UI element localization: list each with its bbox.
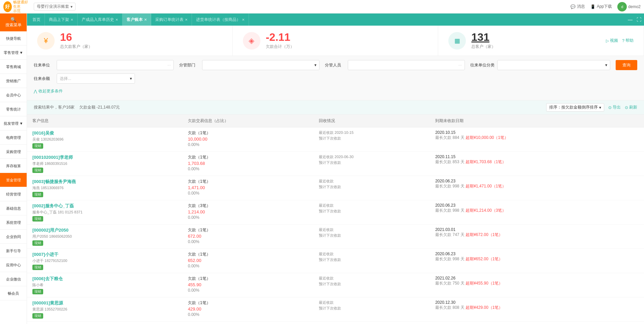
tab-maximize-button[interactable]: ⛶ — [635, 17, 643, 22]
sidebar-item-basic-info[interactable]: 基础信息 — [0, 201, 27, 215]
layout: 🔍 搜索菜单 快捷导航 零售管理 ▼ 零售商城 营销推广 会员中心 零售统计 批… — [0, 13, 644, 324]
customer-name-3[interactable]: [0002]服务中心_丁磊 — [32, 203, 177, 209]
customer-name-0[interactable]: [0016]吴俊 — [32, 130, 177, 136]
recovery-next-0: 预计下次收款 — [319, 136, 424, 141]
sidebar-item-operation[interactable]: 经营管理 — [0, 187, 27, 201]
sidebar-item-finance[interactable]: 资金管理 — [0, 173, 27, 187]
debt-amount-5[interactable]: 652.00 — [188, 258, 308, 263]
filter-select-dept[interactable]: ▾ — [202, 60, 319, 70]
filter-select-category[interactable]: ▾ — [497, 60, 610, 70]
sidebar-item-retail-mall[interactable]: 零售商城 — [0, 60, 27, 74]
sidebar-item-app-center[interactable]: 应用中心 — [0, 258, 27, 272]
debt-amount-3[interactable]: 1,214.00 — [188, 209, 308, 214]
debt-percent-2: 0.00% — [188, 191, 308, 196]
debt-amount-7[interactable]: 429.00 — [188, 306, 308, 312]
debt-percent-0: 0.00% — [188, 142, 308, 147]
sidebar-item-quick-nav[interactable]: 快捷导航 — [0, 31, 27, 46]
sidebar-item-ecommerce[interactable]: 电商管理 — [0, 130, 27, 145]
tab-end-buttons: — ⛶ — [626, 17, 643, 22]
app-download-button[interactable]: 📱 App下载 — [590, 4, 612, 9]
tab-product-history[interactable]: 产成品入库单历史 ✕ — [78, 13, 122, 26]
overdue-amount-link-3[interactable]: 超期¥1,214.00（3笔） — [466, 208, 506, 213]
industry-selector[interactable]: 母婴行业演示账套 ▾ — [34, 3, 76, 10]
sidebar-item-wechat[interactable]: 企业微信 — [0, 272, 27, 286]
table-row: [0001020001]李老师 李老师 18600391516 现销 欠款（1笔… — [27, 152, 644, 176]
export-button[interactable]: ⊙ 导出 — [608, 105, 621, 110]
sidebar-item-inventory[interactable]: 库存核算 — [0, 159, 27, 173]
user-profile-button[interactable]: d demo2 — [617, 2, 641, 11]
overdue-days-3: 最长欠款 998 天 超期¥1,214.00（3笔） — [435, 208, 639, 213]
sidebar-item-newbie[interactable]: 新手引导 — [0, 244, 27, 258]
filter-select-balance[interactable]: 选择... ▾ — [57, 73, 135, 84]
debt-count-1: 欠款（1笔） — [188, 154, 308, 160]
due-date-value-3: 2020.06.23 — [435, 203, 639, 208]
sort-selector[interactable]: 排序：按欠款金额倒序排序 ▾ — [546, 103, 604, 112]
tab-product-listing[interactable]: 商品上下架 ✕ — [45, 13, 78, 26]
sidebar-item-wholesale-mgmt[interactable]: 批发管理 ▼ — [0, 116, 27, 130]
customer-name-6[interactable]: [0006]去下粮仓 — [32, 276, 177, 282]
sidebar-item-member2[interactable]: 畅会员 — [0, 286, 27, 300]
debt-count-3: 欠款（3笔） — [188, 203, 308, 209]
cell-debt-info-3: 欠款（3笔） 1,214.00 0.00% — [183, 200, 313, 225]
tab-close-customer-ledger[interactable]: ✕ — [144, 18, 147, 22]
stat-info-total-customers: 131 总客户（家） — [471, 32, 496, 50]
tab-close-product-history[interactable]: ✕ — [115, 18, 118, 22]
debt-amount-1[interactable]: 1,703.68 — [188, 161, 308, 166]
sidebar-item-enterprise[interactable]: 企业协同 — [0, 230, 27, 244]
customer-name-1[interactable]: [0001020001]李老师 — [32, 154, 177, 160]
tab-purchase-product-stats[interactable]: 进货单统计表（按商品） ✕ — [192, 13, 249, 26]
tab-home[interactable]: 首页 — [28, 13, 45, 26]
customer-name-2[interactable]: [0003]畅捷服务尹海燕 — [32, 179, 177, 185]
overdue-amount-link-6[interactable]: 超期¥455.90（1笔） — [466, 281, 503, 286]
video-button[interactable]: ▷ 视频 — [606, 38, 618, 43]
cell-recovery-1: 最近收款 2020-06-30 预计下次收款 — [313, 152, 430, 176]
overdue-amount-link-5[interactable]: 超期¥652.00（1笔） — [466, 257, 503, 261]
recovery-date-0: 最近收款 2020-10-15 — [319, 130, 424, 135]
filter-area: 往来单位 ··· 分管部门 ▾ 分管人员 — [27, 56, 644, 100]
sidebar-item-retail-stats[interactable]: 零售统计 — [0, 102, 27, 116]
query-button[interactable]: 查询 — [616, 60, 637, 70]
help-button[interactable]: ? 帮助 — [622, 38, 634, 43]
sidebar-item-system[interactable]: 系统管理 — [0, 215, 27, 230]
customer-name-4[interactable]: [000002]用户2050 — [32, 227, 177, 233]
tab-minimize-button[interactable]: — — [626, 17, 634, 22]
customer-name-7[interactable]: [000001]黄思源 — [32, 300, 177, 306]
debt-customers-icon: ¥ — [37, 32, 55, 50]
debt-amount-0[interactable]: 10,000.00 — [188, 137, 308, 142]
filter-input-partner[interactable]: ··· — [57, 60, 174, 70]
overdue-days-1: 最长欠款 853 天 超期¥1,703.68（1笔） — [435, 159, 639, 165]
customer-name-5[interactable]: [0007]小进干 — [32, 252, 177, 258]
debt-percent-3: 0.00% — [188, 215, 308, 220]
overdue-amount-link-7[interactable]: 超期¥429.00（1笔） — [466, 305, 503, 310]
overdue-amount-link-2[interactable]: 超期¥1,471.00（1笔） — [466, 184, 506, 188]
customer-phone-6: 陈小希 — [32, 283, 177, 288]
stats-row: ¥ 16 总欠款客户（家） ◈ -2.11 欠款合计（万） ▦ — [27, 26, 644, 56]
tab-close-purchase-product-stats[interactable]: ✕ — [242, 18, 245, 22]
customer-phone-2: 海燕 18513066976 — [32, 185, 177, 190]
table-row: [0002]服务中心_丁磊 服务中心_丁磊 181 0125 8371 现销 欠… — [27, 200, 644, 225]
overdue-amount-link-4[interactable]: 超期¥672.00（1笔） — [466, 232, 503, 237]
sidebar-item-retail-mgmt[interactable]: 零售管理 ▼ — [0, 46, 27, 60]
filter-input-person[interactable]: ··· — [348, 60, 465, 70]
sidebar-item-member[interactable]: 会员中心 — [0, 88, 27, 102]
sidebar-item-purchase[interactable]: 采购管理 — [0, 145, 27, 159]
cell-due-date-0: 2020.10.15 最长欠款 884 天 超期¥10,000.00（1笔） — [430, 127, 644, 152]
sidebar: 🔍 搜索菜单 快捷导航 零售管理 ▼ 零售商城 营销推广 会员中心 零售统计 批… — [0, 13, 27, 324]
recovery-date-7: 最近收款 — [319, 300, 424, 305]
tab-close-product-listing[interactable]: ✕ — [71, 18, 73, 22]
debt-amount-6[interactable]: 455.90 — [188, 282, 308, 287]
overdue-amount-link-0[interactable]: 超期¥10,000.00（1笔） — [466, 135, 508, 140]
message-button[interactable]: 💬 消息 — [570, 4, 585, 9]
tab-close-purchase-stats[interactable]: ✕ — [185, 18, 188, 22]
debt-amount-2[interactable]: 1,471.00 — [188, 185, 308, 190]
sidebar-search[interactable]: 🔍 搜索菜单 — [0, 13, 27, 31]
collapse-filter-button[interactable]: ⋀ 收起更多条件 — [34, 86, 637, 96]
sidebar-item-marketing[interactable]: 营销推广 — [0, 74, 27, 88]
refresh-button[interactable]: ⊙ 刷新 — [625, 105, 637, 110]
chevron-down-icon-dept: ▾ — [314, 63, 316, 67]
logo-text: 畅捷通好生意 示范 — [13, 0, 30, 13]
tab-purchase-stats[interactable]: 采购订单统计表 ✕ — [151, 13, 192, 26]
tab-customer-ledger[interactable]: 客户账本 ✕ — [122, 13, 151, 26]
overdue-amount-link-1[interactable]: 超期¥1,703.68（1笔） — [466, 159, 506, 164]
debt-amount-4[interactable]: 672.00 — [188, 234, 308, 239]
